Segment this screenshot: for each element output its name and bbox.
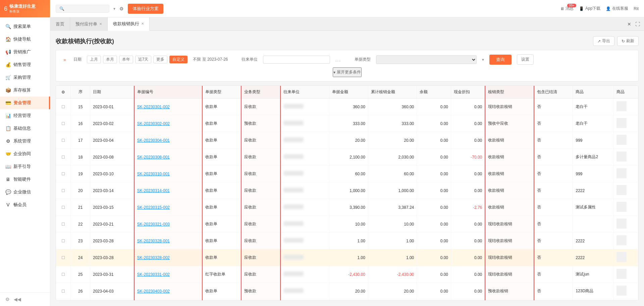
online-service-button[interactable]: 👤 在线客服 — [606, 6, 628, 11]
row-biz-type: 应收款 — [241, 300, 280, 301]
tab-prepay[interactable]: 预付应付单✕ — [70, 17, 108, 31]
dropdown-arrow[interactable]: ▾ — [113, 6, 115, 11]
sidebar-item-weixin[interactable]: 💬企业微信 — [0, 186, 50, 198]
row-date: 2023-03-14 — [90, 182, 134, 199]
sidebar-item-inventory[interactable]: 📦库存核算 — [0, 84, 50, 97]
row-date: 2023-03-02 — [90, 115, 134, 132]
partner-blurred — [283, 137, 304, 142]
row-cancel-type: 收款核销 — [485, 132, 534, 149]
this-month-btn[interactable]: 本月 — [103, 56, 117, 63]
row-checkbox[interactable]: ☐ — [56, 283, 71, 300]
solution-button[interactable]: 体验行业方案 — [128, 4, 163, 14]
main-area: 🔍 ▾ ⚙ 体验行业方案 🖥 消息 99+ 📱 App下载 👤 在线客服 Rit… — [50, 0, 644, 306]
messages-button[interactable]: 🖥 消息 99+ — [560, 6, 574, 11]
row-doc-amount: 1.00 — [329, 233, 368, 249]
export-button[interactable]: ↗ 导出 — [593, 36, 614, 46]
header-row: ⚙ 序 日期 单据编号 单据类型 业务类型 往来单位 单据金额 累计核销金额 余… — [56, 86, 638, 99]
tab-home[interactable]: 首页 — [50, 17, 70, 31]
sidebar-item-enterprise[interactable]: 🤝企业协同 — [0, 147, 50, 160]
app-title: 畅康道好生意 — [9, 4, 36, 9]
filter-settings-button[interactable]: 设置 — [517, 54, 534, 65]
collapse-icon[interactable]: ◀◀ — [14, 297, 21, 302]
row-checkbox[interactable]: ☐ — [56, 182, 71, 199]
topbar-gear-icon[interactable]: ⚙ — [119, 6, 124, 11]
doc-type-col-header: 单据类型 — [202, 86, 241, 99]
settings-col-header[interactable]: ⚙ — [56, 86, 71, 99]
doc-no-link[interactable]: SK-20230321-003 — [137, 222, 170, 227]
tab-close-receipt[interactable]: ✕ — [141, 22, 144, 25]
row-checkbox[interactable]: ☐ — [56, 249, 71, 266]
row-checkbox[interactable]: ☐ — [56, 266, 71, 283]
row-doc-type: 收款单 — [202, 233, 241, 249]
row-checkbox[interactable]: ☐ — [56, 132, 71, 149]
tab-receipt[interactable]: 收款核销执行✕ — [108, 17, 150, 31]
sidebar-item-shortcut[interactable]: 🏠快捷导航 — [0, 33, 50, 46]
refresh-button[interactable]: ↻ 刷新 — [617, 36, 639, 46]
doc-no-link[interactable]: SK-20230304-001 — [137, 138, 170, 143]
sidebar-item-marketing[interactable]: 📢营销推广 — [0, 46, 50, 58]
table-row: ☐ 21 2023-03-15 SK-20230315-002 收款单 应收款 … — [56, 199, 638, 216]
doc-no-link[interactable]: SK-20230310-001 — [137, 172, 170, 176]
sidebar-item-basic[interactable]: 📋基础信息 — [0, 122, 50, 135]
sidebar-item-finance[interactable]: 💳资金管理 — [0, 97, 50, 109]
doc-no-link[interactable]: SK-20230308-001 — [137, 155, 170, 160]
custom-date-btn[interactable]: 自定义 — [169, 56, 187, 63]
last-7days-btn[interactable]: 近7天 — [135, 56, 152, 63]
partner-blurred — [283, 171, 304, 176]
doc-no-link[interactable]: SK-20230314-001 — [137, 188, 170, 193]
row-no: 26 — [71, 283, 90, 300]
doc-no-link[interactable]: SK-20230331-002 — [137, 272, 170, 277]
doc-no-link[interactable]: SK-20230328-001 — [137, 239, 170, 243]
sidebar-item-hardware[interactable]: 🖥智能硬件 — [0, 173, 50, 186]
doc-no-link[interactable]: SK-20230301-002 — [137, 105, 170, 109]
row-product: 多计量商品2 — [573, 149, 614, 166]
no-col-header: 序 — [71, 86, 90, 99]
sidebar-item-guide[interactable]: 📖新手引导 — [0, 160, 50, 173]
app-download-button[interactable]: 📱 App下载 — [579, 6, 600, 11]
last-month-btn[interactable]: 上月 — [87, 56, 101, 63]
doc-no-link[interactable]: SK-20230403-002 — [137, 289, 170, 294]
row-discount: 0.00 — [451, 182, 485, 199]
user-name[interactable]: Rit — [634, 6, 639, 11]
row-checkbox[interactable]: ☐ — [56, 233, 71, 249]
doc-type-select[interactable] — [376, 55, 477, 64]
doc-no-link[interactable]: SK-20230315-002 — [137, 205, 170, 210]
inventory-icon: 📦 — [5, 87, 11, 93]
doc-no-link[interactable]: SK-20230328-002 — [137, 255, 170, 260]
sidebar-item-label-search: 搜索菜单 — [13, 23, 31, 29]
row-checkbox[interactable]: ☐ — [56, 216, 71, 233]
row-checkbox[interactable]: ☐ — [56, 199, 71, 216]
row-product: 2222 — [573, 182, 614, 199]
row-checkbox[interactable]: ☐ — [56, 149, 71, 166]
row-no: 24 — [71, 249, 90, 266]
row-checkbox[interactable]: ☐ — [56, 115, 71, 132]
sidebar-item-sales[interactable]: 💰销售管理 — [0, 58, 50, 71]
close-tab-button[interactable]: ✕ — [626, 20, 633, 28]
row-checkbox[interactable]: ☐ — [56, 300, 71, 301]
sidebar-item-purchase[interactable]: 🛒采购管理 — [0, 71, 50, 84]
row-doc-amount: 1,000.00 — [329, 182, 368, 199]
row-doc-amount: 333.00 — [329, 115, 368, 132]
query-button[interactable]: 查询 — [489, 55, 512, 65]
sidebar-item-label-shortcut: 快捷导航 — [13, 36, 31, 42]
row-biz-type: 预收款 — [241, 283, 280, 300]
this-year-btn[interactable]: 本年 — [119, 56, 133, 63]
sidebar-item-system[interactable]: ⚙系统管理 — [0, 135, 50, 147]
row-checkbox[interactable]: ☐ — [56, 166, 71, 182]
more-date-btn[interactable]: 更多 — [153, 56, 167, 63]
sidebar-item-search[interactable]: 🔍搜索菜单 — [0, 20, 50, 33]
settings-icon[interactable]: ⚙ — [5, 297, 10, 302]
expand-more-button[interactable]: ▾ 展开更多条件 — [333, 67, 362, 77]
row-checkbox[interactable]: ☐ — [56, 99, 71, 115]
data-table: ⚙ 序 日期 单据编号 单据类型 业务类型 往来单位 单据金额 累计核销金额 余… — [56, 86, 638, 301]
sidebar-item-member[interactable]: V畅会员 — [0, 198, 50, 211]
partner-input[interactable] — [263, 56, 330, 64]
maximize-tab-button[interactable]: ⛶ — [634, 20, 641, 28]
filter-expand-button[interactable]: » — [61, 56, 68, 64]
member-icon: V — [5, 202, 11, 207]
sidebar-item-operation[interactable]: 📊经营管理 — [0, 109, 50, 122]
doc-amount-col-header: 单据金额 — [329, 86, 368, 99]
row-product-img — [614, 132, 638, 149]
tab-close-prepay[interactable]: ✕ — [99, 22, 102, 26]
doc-no-link[interactable]: SK-20230302-002 — [137, 121, 170, 126]
